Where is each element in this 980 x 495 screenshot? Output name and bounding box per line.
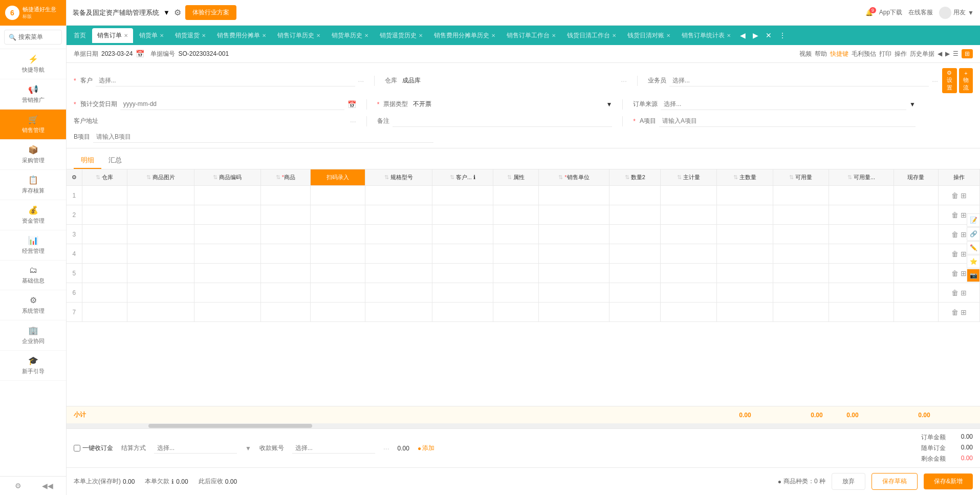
delivery-date-input[interactable] (120, 98, 344, 110)
delete-row-button[interactable]: 🗑 (951, 250, 959, 258)
cell-main-qty[interactable] (717, 225, 773, 244)
scroll-thumb[interactable] (148, 424, 312, 428)
search-menu-button[interactable]: 🔍 搜索菜单 (4, 30, 62, 45)
notification-bell[interactable]: 🔔 9 (865, 9, 873, 16)
cell-customer-ref[interactable] (432, 303, 493, 322)
layout-grid-btn[interactable]: ⊞ (962, 49, 973, 58)
layout-list-btn[interactable]: ☰ (953, 50, 959, 57)
cell-available-more[interactable] (829, 225, 894, 244)
cell-product-code[interactable] (194, 225, 260, 244)
cell-qty2[interactable] (609, 283, 661, 303)
sidebar-item-newbie[interactable]: 🎓 新手引导 (0, 351, 66, 381)
cell-customer-ref[interactable] (432, 186, 493, 205)
cell-sales-unit[interactable] (538, 303, 609, 322)
top-settings-button[interactable]: ⚙ (174, 8, 181, 17)
tab-sales-bill[interactable]: 销货单 ✕ (134, 28, 169, 43)
tab-home[interactable]: 首页 (69, 28, 91, 43)
cell-warehouse[interactable] (82, 264, 127, 283)
cell-available-more[interactable] (829, 244, 894, 264)
collapse-button[interactable]: ◀◀ (35, 482, 61, 490)
tab-close-icon[interactable]: ✕ (364, 33, 368, 38)
delivery-calendar-icon[interactable]: 📅 (347, 100, 356, 109)
app-download-link[interactable]: App下载 (879, 8, 902, 17)
delete-row-button[interactable]: 🗑 (951, 191, 959, 200)
tab-sales-return[interactable]: 销货退货 ✕ (170, 28, 211, 43)
cell-attr[interactable] (493, 264, 538, 283)
cell-available[interactable] (773, 264, 829, 283)
cell-spec[interactable] (365, 225, 432, 244)
cell-attr[interactable] (493, 244, 538, 264)
cell-product-image[interactable] (127, 283, 194, 303)
cell-warehouse[interactable] (82, 186, 127, 205)
cell-qty2[interactable] (609, 303, 661, 322)
cell-available[interactable] (773, 205, 829, 225)
industry-solution-button[interactable]: 体验行业方案 (185, 5, 236, 20)
cell-available[interactable] (773, 225, 829, 244)
customer-input[interactable] (96, 75, 355, 87)
cell-attr[interactable] (493, 303, 538, 322)
cell-product-image[interactable] (127, 205, 194, 225)
cell-attr[interactable] (493, 283, 538, 303)
cell-stock[interactable] (894, 283, 938, 303)
sidebar-item-base-info[interactable]: 🗂 基础信息 (0, 261, 66, 290)
cell-customer-ref[interactable] (432, 205, 493, 225)
sidebar-item-operations[interactable]: 📊 经营管理 (0, 230, 66, 261)
save-draft-button[interactable]: 保存草稿 (872, 473, 918, 490)
sidebar-item-purchase-mgmt[interactable]: 📦 采购管理 (0, 140, 66, 170)
cell-sales-unit[interactable] (538, 264, 609, 283)
calendar-icon[interactable]: 📅 (136, 50, 144, 58)
cell-attr[interactable] (493, 205, 538, 225)
cell-sales-unit[interactable] (538, 225, 609, 244)
cell-spec[interactable] (365, 264, 432, 283)
tab-close-icon[interactable]: ✕ (727, 33, 731, 38)
cell-sales-unit[interactable] (538, 186, 609, 205)
cell-product-image[interactable] (127, 264, 194, 283)
receipt-account-more[interactable]: ··· (383, 444, 389, 453)
layout-next-btn[interactable]: ▶ (945, 50, 950, 57)
cell-available[interactable] (773, 303, 829, 322)
sidebar-item-marketing[interactable]: 📢 营销推广 (0, 79, 66, 110)
tab-close-icon[interactable]: ✕ (491, 33, 495, 38)
cell-product-code[interactable] (194, 283, 260, 303)
sidebar-item-inventory[interactable]: 📋 库存核算 (0, 170, 66, 200)
sidebar-item-sales-mgmt[interactable]: 🛒 销售管理 (0, 110, 66, 140)
discard-button[interactable]: 放弃 (832, 473, 865, 490)
delete-row-button[interactable]: 🗑 (951, 308, 959, 316)
customer-more-icon[interactable]: ··· (358, 77, 364, 85)
cell-qty2[interactable] (609, 186, 661, 205)
tab-close-all-button[interactable]: ✕ (763, 29, 775, 41)
cell-product-code[interactable] (194, 186, 260, 205)
tab-close-icon[interactable]: ✕ (262, 33, 266, 38)
cell-warehouse[interactable] (82, 244, 127, 264)
cell-product-image[interactable] (127, 303, 194, 322)
warehouse-more-icon[interactable]: ··· (621, 77, 627, 85)
cell-qty2[interactable] (609, 225, 661, 244)
horizontal-scrollbar[interactable] (67, 423, 980, 428)
cell-sales-unit[interactable] (538, 244, 609, 264)
cell-spec[interactable] (365, 186, 432, 205)
cell-sales-unit[interactable] (538, 205, 609, 225)
delete-row-button[interactable]: 🗑 (951, 269, 959, 277)
cell-product-image[interactable] (127, 186, 194, 205)
cell-product[interactable] (260, 283, 310, 303)
one-key-payment-checkbox[interactable]: 一键收订金 (74, 444, 113, 453)
cell-stock[interactable] (894, 244, 938, 264)
addr-more-icon[interactable]: ··· (350, 117, 356, 125)
settings-button[interactable]: ⚙ (5, 482, 32, 490)
sidebar-item-quick-nav[interactable]: ⚡ 快捷导航 (0, 49, 66, 79)
tab-sales-expense-split[interactable]: 销售费用分摊单 ✕ (212, 28, 271, 43)
cell-available-more[interactable] (829, 186, 894, 205)
tab-sales-order[interactable]: 销售订单 ✕ (92, 28, 133, 43)
cell-warehouse[interactable] (82, 303, 127, 322)
video-button[interactable]: 视频 (799, 50, 812, 58)
cell-main-unit[interactable] (661, 283, 717, 303)
cell-main-qty[interactable] (717, 186, 773, 205)
cell-product[interactable] (260, 205, 310, 225)
online-service-link[interactable]: 在线客服 (908, 8, 933, 17)
copy-row-button[interactable]: ⊞ (961, 230, 967, 239)
cell-available[interactable] (773, 186, 829, 205)
cell-sales-unit[interactable] (538, 283, 609, 303)
tab-sales-order-history[interactable]: 销售订单历史 ✕ (272, 28, 325, 43)
shortcut-button[interactable]: 快捷键 (830, 50, 848, 58)
tab-detail[interactable]: 明细 (74, 153, 101, 169)
